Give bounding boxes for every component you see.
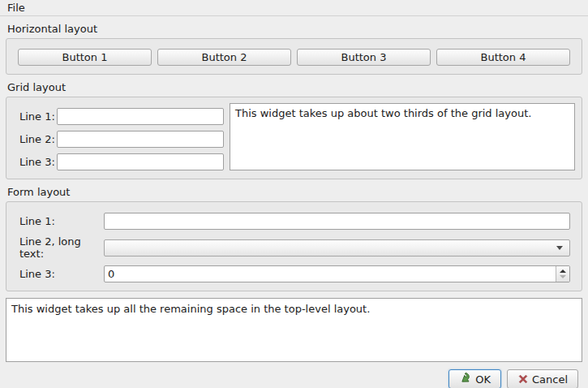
spin-down-arrow-icon[interactable]: [560, 275, 566, 278]
group-title-horizontal: Horizontal layout: [7, 23, 581, 36]
button-4[interactable]: Button 4: [436, 49, 570, 66]
button-3[interactable]: Button 3: [297, 49, 431, 66]
ok-button[interactable]: OK: [449, 369, 501, 388]
grid-row-1: Line 1:: [19, 108, 224, 125]
chevron-down-icon: [556, 246, 563, 250]
grid-left-column: Line 1: Line 2: Line 3:: [19, 108, 224, 170]
form-row-2: Line 2, long text:: [19, 235, 570, 260]
grid-line2-input[interactable]: [57, 131, 224, 148]
cancel-button-label: Cancel: [532, 373, 568, 386]
grid-text-edit[interactable]: This widget takes up about two thirds of…: [230, 103, 575, 170]
grid-row-3: Line 3:: [19, 153, 224, 170]
form-layout-frame: Line 1: Line 2, long text: Line 3:: [6, 201, 582, 291]
grid-row-2: Line 2:: [19, 131, 224, 148]
grid-line3-label: Line 3:: [19, 156, 57, 168]
horizontal-layout-group: Horizontal layout Button 1 Button 2 Butt…: [6, 23, 582, 75]
form-line3-spinbox: [104, 265, 570, 282]
menu-file[interactable]: File: [0, 0, 32, 15]
spinbox-buttons: [556, 266, 569, 282]
form-line1-label: Line 1:: [19, 215, 104, 227]
form-line2-combobox[interactable]: [104, 239, 570, 257]
cancel-red-x-icon: [517, 373, 529, 385]
group-title-form: Form layout: [7, 186, 581, 199]
horizontal-layout-frame: Button 1 Button 2 Button 3 Button 4: [6, 38, 582, 75]
form-row-3: Line 3:: [19, 265, 570, 282]
dialog-button-box: OK Cancel: [0, 369, 578, 388]
grid-layout-frame: Line 1: Line 2: Line 3: This widget take…: [6, 97, 582, 179]
grid-line2-label: Line 2:: [19, 133, 57, 145]
basic-layouts-dialog: File Horizontal layout Button 1 Button 2…: [0, 0, 588, 388]
cancel-button[interactable]: Cancel: [507, 369, 578, 388]
grid-line3-input[interactable]: [57, 153, 224, 170]
ok-green-arrow-icon: [459, 373, 472, 386]
form-layout-group: Form layout Line 1: Line 2, long text: L…: [6, 186, 582, 291]
form-line3-label: Line 3:: [19, 268, 104, 280]
button-2[interactable]: Button 2: [157, 49, 291, 66]
bottom-text-edit[interactable]: This widget takes up all the remaining s…: [6, 298, 582, 362]
button-1[interactable]: Button 1: [18, 49, 152, 66]
form-row-1: Line 1:: [19, 213, 570, 230]
grid-line1-input[interactable]: [57, 108, 224, 125]
grid-layout-group: Grid layout Line 1: Line 2: Line 3: This…: [6, 81, 582, 179]
spinbox-input[interactable]: [105, 266, 556, 282]
ok-button-label: OK: [475, 373, 491, 386]
form-line1-input[interactable]: [104, 213, 570, 230]
form-line2-label: Line 2, long text:: [19, 235, 104, 260]
spin-up-arrow-icon[interactable]: [560, 269, 566, 273]
grid-line1-label: Line 1:: [19, 110, 57, 123]
group-title-grid: Grid layout: [7, 81, 581, 94]
menubar: File: [0, 0, 588, 16]
